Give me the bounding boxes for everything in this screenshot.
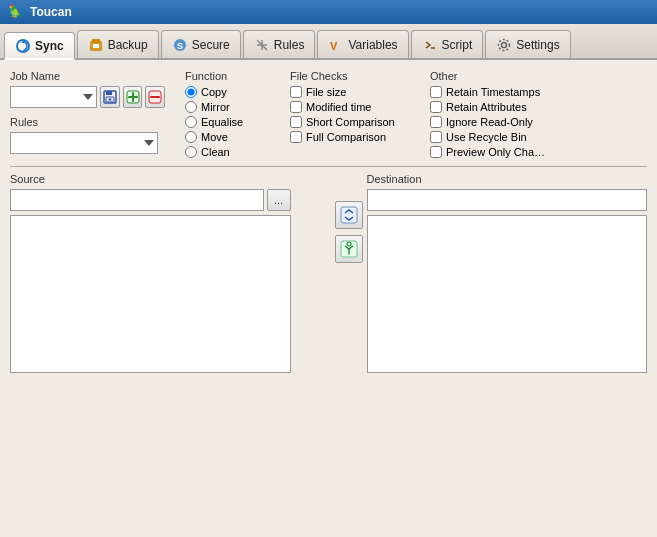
function-clean-radio[interactable] (185, 146, 197, 158)
other-checkbox-group: Retain Timestamps Retain Attributes Igno… (430, 86, 647, 158)
function-move-radio[interactable] (185, 131, 197, 143)
other-ignore-read-only[interactable]: Ignore Read-Only (430, 116, 647, 128)
source-browse-button[interactable]: ... (267, 189, 291, 211)
source-path-row: ... (10, 189, 291, 211)
function-label: Function (185, 70, 280, 82)
rules-section: Rules (10, 116, 175, 154)
tab-backup[interactable]: Backup (77, 30, 159, 58)
function-mirror-radio[interactable] (185, 101, 197, 113)
check-file-size[interactable]: File size (290, 86, 420, 98)
destination-label: Destination (367, 173, 648, 185)
file-checks-label: File Checks (290, 70, 420, 82)
variables-icon: V (328, 37, 344, 53)
other-label: Other (430, 70, 647, 82)
divider (10, 166, 647, 167)
backup-icon (88, 37, 104, 53)
tab-script-label: Script (442, 38, 473, 52)
other-retain-timestamps-cb[interactable] (430, 86, 442, 98)
svg-text:S: S (177, 41, 183, 51)
other-preview-only-changes[interactable]: Preview Only Cha… (430, 146, 647, 158)
tab-rules-label: Rules (274, 38, 305, 52)
svg-rect-2 (92, 39, 100, 43)
check-full-comparison[interactable]: Full Comparison (290, 131, 420, 143)
job-name-controls (10, 86, 165, 108)
function-equalise-radio[interactable] (185, 116, 197, 128)
remove-job-button[interactable] (145, 86, 165, 108)
function-radio-group: Copy Mirror Equalise Move Clean (185, 86, 280, 158)
destination-panel: Destination (367, 173, 648, 373)
svg-rect-3 (93, 44, 99, 48)
destination-path-input[interactable] (367, 189, 648, 211)
function-clean[interactable]: Clean (185, 146, 280, 158)
source-label: Source (10, 173, 291, 185)
source-panel: Source ... (10, 173, 331, 373)
other-use-recycle-bin-cb[interactable] (430, 131, 442, 143)
job-name-section: Job Name (10, 70, 165, 108)
rules-dropdown[interactable] (10, 132, 158, 154)
tab-variables-label: Variables (348, 38, 397, 52)
check-short-comparison-cb[interactable] (290, 116, 302, 128)
function-copy[interactable]: Copy (185, 86, 280, 98)
middle-buttons (331, 173, 367, 263)
check-modified-time-cb[interactable] (290, 101, 302, 113)
other-preview-only-changes-cb[interactable] (430, 146, 442, 158)
title-bar: 🦜 Toucan (0, 0, 657, 24)
transfer-button-2[interactable] (335, 235, 363, 263)
save-job-button[interactable] (100, 86, 120, 108)
app-title: Toucan (30, 5, 72, 19)
add-job-button[interactable] (123, 86, 143, 108)
tab-script[interactable]: Script (411, 30, 484, 58)
svg-point-8 (499, 39, 510, 50)
svg-point-7 (502, 42, 507, 47)
top-section: Job Name Rules (10, 70, 647, 158)
rules-label: Rules (10, 116, 175, 128)
function-move[interactable]: Move (185, 131, 280, 143)
check-full-comparison-cb[interactable] (290, 131, 302, 143)
other-section: Other Retain Timestamps Retain Attribute… (430, 70, 647, 158)
job-name-label: Job Name (10, 70, 165, 82)
other-ignore-read-only-cb[interactable] (430, 116, 442, 128)
destination-path-row (367, 189, 648, 211)
tab-secure[interactable]: S Secure (161, 30, 241, 58)
tab-variables[interactable]: V Variables (317, 30, 408, 58)
tab-settings[interactable]: Settings (485, 30, 570, 58)
secure-icon: S (172, 37, 188, 53)
main-content: Job Name Rules (0, 60, 657, 537)
rules-icon (254, 37, 270, 53)
function-section: Function Copy Mirror Equalise Move (185, 70, 280, 158)
settings-icon (496, 37, 512, 53)
other-retain-timestamps[interactable]: Retain Timestamps (430, 86, 647, 98)
destination-file-tree[interactable] (367, 215, 648, 373)
tab-sync-label: Sync (35, 39, 64, 53)
app-icon: 🦜 (8, 4, 24, 20)
other-retain-attributes-cb[interactable] (430, 101, 442, 113)
sync-icon (15, 38, 31, 54)
source-file-tree[interactable] (10, 215, 291, 373)
transfer-button-1[interactable] (335, 201, 363, 229)
check-short-comparison[interactable]: Short Comparison (290, 116, 420, 128)
tab-bar: Sync Backup S Secure Rules V Variables S… (0, 24, 657, 60)
check-modified-time[interactable]: Modified time (290, 101, 420, 113)
tab-rules[interactable]: Rules (243, 30, 316, 58)
svg-text:V: V (330, 40, 338, 52)
function-mirror[interactable]: Mirror (185, 101, 280, 113)
job-name-dropdown[interactable] (10, 86, 97, 108)
source-path-input[interactable] (10, 189, 264, 211)
other-retain-attributes[interactable]: Retain Attributes (430, 101, 647, 113)
file-checks-section: File Checks File size Modified time Shor… (290, 70, 420, 158)
source-dest-row: Source ... (10, 173, 647, 373)
other-use-recycle-bin[interactable]: Use Recycle Bin (430, 131, 647, 143)
check-file-size-cb[interactable] (290, 86, 302, 98)
tab-backup-label: Backup (108, 38, 148, 52)
function-copy-radio[interactable] (185, 86, 197, 98)
svg-point-12 (109, 98, 111, 100)
tab-secure-label: Secure (192, 38, 230, 52)
svg-rect-10 (106, 91, 112, 95)
function-equalise[interactable]: Equalise (185, 116, 280, 128)
script-icon (422, 37, 438, 53)
file-checks-group: File size Modified time Short Comparison… (290, 86, 420, 143)
tab-settings-label: Settings (516, 38, 559, 52)
tab-sync[interactable]: Sync (4, 32, 75, 60)
